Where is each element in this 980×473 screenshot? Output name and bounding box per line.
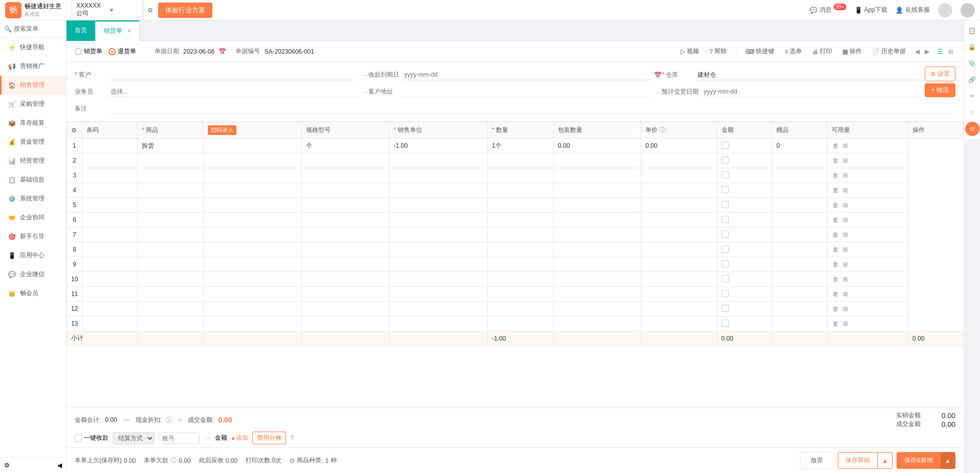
gift-checkbox[interactable] [722, 320, 729, 327]
setup-button[interactable]: ⚙ 设置 [925, 66, 955, 81]
cell-pack-qty[interactable] [488, 198, 554, 213]
cell-pack-qty[interactable] [488, 317, 554, 331]
save-new-button[interactable]: 保存&新增 [897, 452, 941, 469]
notes-input[interactable] [108, 103, 955, 114]
prev-arrow[interactable]: ◀ [913, 47, 922, 56]
right-panel-edit-btn[interactable]: ✏ [965, 89, 979, 103]
operation-btn[interactable]: ▦ 操作 [839, 45, 865, 58]
cell-amount[interactable] [641, 183, 717, 198]
cell-gift[interactable] [717, 168, 772, 183]
cell-amount[interactable] [641, 272, 717, 287]
cell-pack-qty[interactable] [488, 183, 554, 198]
gift-checkbox[interactable] [722, 245, 729, 253]
cell-quantity[interactable] [389, 183, 488, 198]
cell-pack-qty[interactable] [488, 272, 554, 287]
copy-row-btn[interactable]: ⊞ [842, 171, 849, 180]
cell-gift[interactable] [717, 287, 772, 302]
grid-view-icon[interactable]: ⊞ [946, 47, 955, 56]
cell-spec[interactable] [204, 242, 302, 257]
cell-amount[interactable] [641, 242, 717, 257]
cell-gift[interactable] [717, 302, 772, 317]
cell-unit-price[interactable] [554, 242, 641, 257]
sidebar-item-apps[interactable]: 📱 应用中心 [0, 246, 66, 265]
fee-split-btn[interactable]: 费用分摊 [252, 432, 286, 444]
cell-spec[interactable] [204, 287, 302, 302]
account-input[interactable] [159, 433, 200, 444]
delete-row-btn[interactable]: 🗑 [832, 260, 840, 269]
experience-btn[interactable]: 体验行业方案 [158, 3, 212, 18]
col-scan[interactable]: 扫码录入 [204, 122, 302, 139]
cell-unit-price[interactable] [554, 317, 641, 331]
cell-quantity[interactable] [389, 242, 488, 257]
save-draft-button[interactable]: 保存草稿 [838, 452, 878, 469]
cell-product[interactable] [138, 317, 204, 331]
cell-unit-price[interactable] [554, 183, 641, 198]
sidebar-item-sales[interactable]: 🏠 销售管理 [0, 76, 66, 95]
cell-spec[interactable] [204, 213, 302, 228]
right-panel-star-btn[interactable]: ☆ [965, 105, 979, 120]
cell-amount[interactable] [641, 228, 717, 242]
app-download-btn[interactable]: 📱 App下载 [855, 6, 887, 14]
sidebar-item-member[interactable]: 👑 畅会员 [0, 284, 66, 303]
cell-product[interactable] [138, 287, 204, 302]
copy-row-btn[interactable]: ⊞ [842, 156, 849, 165]
one-click-payment-checkbox[interactable]: 一键收款 [75, 434, 108, 442]
cell-barcode[interactable] [82, 213, 138, 228]
cell-pack-qty[interactable] [488, 302, 554, 317]
cell-amount[interactable] [641, 257, 717, 272]
cell-amount[interactable] [641, 153, 717, 168]
due-date-input[interactable] [402, 70, 651, 80]
salesperson-input[interactable] [108, 86, 358, 97]
cell-spec[interactable] [204, 168, 302, 183]
cell-pack-qty[interactable] [488, 153, 554, 168]
tab-close-icon[interactable]: × [127, 28, 131, 35]
cell-unit-price[interactable] [554, 272, 641, 287]
cell-spec[interactable] [204, 317, 302, 331]
cell-unit[interactable] [302, 213, 389, 228]
right-panel-lock-btn[interactable]: 🔒 [965, 40, 979, 54]
customer-input[interactable] [108, 70, 358, 80]
sidebar-item-system[interactable]: ⚙️ 系统管理 [0, 189, 66, 208]
cell-spec[interactable] [204, 272, 302, 287]
gift-checkbox[interactable] [722, 275, 729, 282]
sidebar-item-basic[interactable]: 📋 基础信息 [0, 170, 66, 189]
sidebar-item-enterprise[interactable]: 🤝 企业协同 [0, 208, 66, 227]
cell-product[interactable] [138, 198, 204, 213]
cell-barcode[interactable] [82, 257, 138, 272]
right-panel-link-btn[interactable]: 🔗 [965, 73, 979, 87]
history-btn[interactable]: 📄 历史单据 [869, 45, 909, 58]
copy-row-btn[interactable]: ⊞ [842, 230, 849, 239]
cell-quantity[interactable] [389, 153, 488, 168]
notification-btn[interactable]: 💬 消息 99+ [810, 6, 846, 14]
sidebar-item-finance[interactable]: 💰 资金管理 [0, 132, 66, 151]
cell-product[interactable] [138, 183, 204, 198]
cell-pack-qty[interactable] [488, 287, 554, 302]
cell-product[interactable] [138, 242, 204, 257]
company-selector[interactable]: XXXXXX公司 ▼ [72, 0, 143, 20]
logistics-button[interactable]: + 物流 [925, 83, 955, 97]
cell-quantity[interactable] [389, 168, 488, 183]
cell-quantity[interactable] [389, 272, 488, 287]
cell-gift[interactable] [717, 213, 772, 228]
gift-checkbox[interactable] [722, 290, 729, 297]
copy-row-btn[interactable]: ⊞ [842, 289, 849, 299]
sidebar-item-inventory[interactable]: 📦 库存核算 [0, 114, 66, 132]
cell-gift[interactable] [717, 228, 772, 242]
cell-amount[interactable] [641, 302, 717, 317]
calendar-icon[interactable]: 📅 [219, 48, 226, 55]
right-panel-attach-btn[interactable]: 📎 [965, 56, 979, 71]
cell-spec[interactable] [204, 153, 302, 168]
cell-quantity[interactable] [389, 228, 488, 242]
col-settings[interactable]: ⚙ [67, 122, 82, 139]
sidebar-item-quick-nav[interactable]: ⚡ 快捷导航 [0, 38, 66, 57]
cell-unit[interactable] [302, 287, 389, 302]
cell-quantity[interactable] [389, 198, 488, 213]
sidebar-item-operations[interactable]: 📊 经营管理 [0, 151, 66, 170]
delete-row-btn[interactable]: 🗑 [832, 186, 840, 195]
cell-unit[interactable] [302, 317, 389, 331]
right-panel-notes-btn[interactable]: 📋 [965, 24, 979, 38]
cell-unit[interactable] [302, 198, 389, 213]
settings-icon[interactable]: ⚙ [147, 7, 153, 14]
print-btn[interactable]: 🖨 打印 [809, 45, 835, 58]
cell-gift[interactable] [717, 257, 772, 272]
